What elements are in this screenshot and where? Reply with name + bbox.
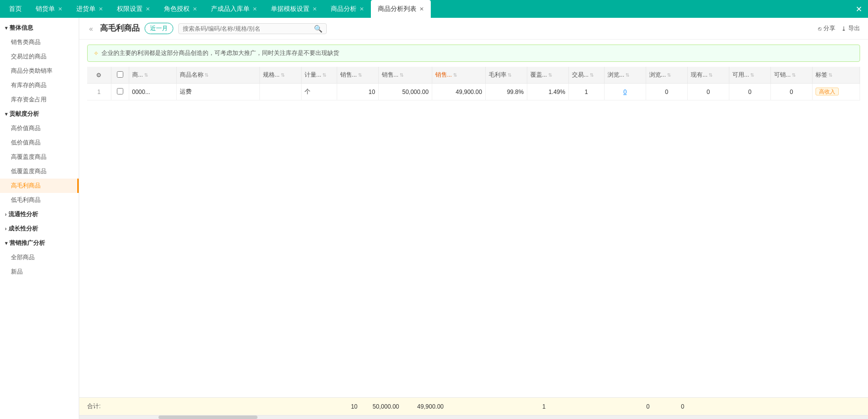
col-header-trade[interactable]: 交易...⇅: [568, 67, 604, 84]
sidebar-item-stock-capital[interactable]: 库存资金占用: [0, 93, 79, 107]
col-header-coverage[interactable]: 覆盖...⇅: [527, 67, 568, 84]
share-icon: ⎋: [818, 25, 821, 32]
cell-stock-saleable: 0: [770, 84, 812, 100]
tab-home[interactable]: 首页: [2, 0, 29, 18]
col-header-stock-current[interactable]: 现有...⇅: [687, 67, 729, 84]
close-window-button[interactable]: ✕: [856, 4, 866, 14]
sidebar-item-low-margin[interactable]: 低毛利商品: [0, 193, 79, 207]
sidebar-item-traded-goods[interactable]: 交易过的商品: [0, 49, 79, 64]
sidebar-item-all-goods[interactable]: 全部商品: [0, 250, 79, 265]
cell-sales-amount: 50,000.00: [378, 84, 432, 100]
search-wrap: 🔍: [178, 23, 327, 34]
tab-role-auth[interactable]: 角色授权 ✕: [157, 0, 204, 18]
arrow-overall: ▾: [5, 25, 7, 31]
tab-close-product-analysis[interactable]: ✕: [359, 6, 364, 12]
cell-browse1[interactable]: 0: [604, 84, 646, 100]
share-button[interactable]: ⎋ 分享: [818, 24, 835, 33]
export-button[interactable]: ⤓ 导出: [841, 24, 860, 33]
cell-checkbox[interactable]: [111, 84, 129, 100]
cell-code: 0000...: [129, 84, 176, 100]
col-header-spec[interactable]: 规格...⇅: [259, 67, 301, 84]
tab-close-product-inbound[interactable]: ✕: [253, 6, 257, 12]
arrow-marketing: ▾: [5, 240, 7, 246]
select-all-checkbox[interactable]: [117, 71, 123, 78]
tab-template-settings[interactable]: 单据模板设置 ✕: [264, 0, 324, 18]
filter-recent-month-button[interactable]: 近一月: [145, 23, 173, 34]
sidebar-item-sales-goods[interactable]: 销售类商品: [0, 35, 79, 49]
summary-sales-qty: 10: [323, 403, 357, 410]
arrow-contribution: ▾: [5, 111, 7, 117]
col-header-sales-qty[interactable]: 销售...⇅: [337, 67, 378, 84]
scrollbar-thumb[interactable]: [158, 416, 257, 419]
collapse-sidebar-button[interactable]: «: [87, 24, 95, 34]
cell-browse2: 0: [646, 84, 687, 100]
sidebar-item-low-value[interactable]: 低价值商品: [0, 136, 79, 150]
summary-sales-amount: 50,000.00: [357, 403, 402, 410]
col-header-code[interactable]: 商...⇅: [129, 67, 176, 84]
sidebar-item-new-goods[interactable]: 新品: [0, 265, 79, 279]
tab-close-role-auth[interactable]: ✕: [193, 6, 197, 12]
info-text: 企业的主要的利润都是这部分商品创造的，可考虑加大推广，同时关注库存是不要出现缺货: [102, 49, 339, 57]
summary-sales-profit: 49,900.00: [402, 403, 447, 410]
page-title: 高毛利商品: [100, 23, 140, 34]
col-header-browse2[interactable]: 浏览...⇅: [646, 67, 687, 84]
cell-stock-current: 0: [687, 84, 729, 100]
data-table: ⚙ 商...⇅ 商品名称⇅ 规格...⇅ 计量...⇅ 销售...⇅ 销售...…: [87, 67, 860, 100]
sidebar-item-low-coverage[interactable]: 低覆盖度商品: [0, 164, 79, 179]
sidebar-group-contribution[interactable]: ▾ 贡献度分析: [0, 107, 79, 121]
col-header-name[interactable]: 商品名称⇅: [176, 67, 259, 84]
tab-product-inbound[interactable]: 产成品入库单 ✕: [204, 0, 264, 18]
tab-close-sales-order[interactable]: ✕: [58, 6, 62, 12]
sidebar-item-high-value[interactable]: 高价值商品: [0, 121, 79, 136]
tab-close-product-analysis-list[interactable]: ✕: [419, 6, 424, 12]
tab-close-purchase-order[interactable]: ✕: [99, 6, 103, 12]
col-header-settings[interactable]: ⚙: [87, 67, 111, 84]
col-header-stock-available[interactable]: 可用...⇅: [729, 67, 770, 84]
info-icon: ✧: [94, 50, 99, 57]
sidebar-group-marketing[interactable]: ▾ 营销推广分析: [0, 236, 79, 250]
sidebar-item-category-sales-rate[interactable]: 商品分类助销率: [0, 64, 79, 78]
summary-stock-current: 0: [615, 403, 650, 410]
export-icon: ⤓: [841, 25, 846, 32]
info-banner: ✧ 企业的主要的利润都是这部分商品创造的，可考虑加大推广，同时关注库存是不要出现…: [87, 45, 860, 62]
cell-stock-available: 0: [729, 84, 770, 100]
sidebar-item-high-coverage[interactable]: 高覆盖度商品: [0, 150, 79, 164]
cell-tag: 高收入: [812, 84, 860, 100]
tab-product-analysis-list[interactable]: 商品分析列表 ✕: [371, 0, 431, 18]
summary-label: 合计:: [87, 402, 117, 411]
cell-name: 运费: [176, 84, 259, 100]
bottom-scrollbar[interactable]: [79, 415, 868, 419]
content-area: « 高毛利商品 近一月 🔍 ⎋ 分享 ⤓ 导出 ✧ 企业的主要的利润都是这部: [79, 18, 868, 419]
col-header-checkbox[interactable]: [111, 67, 129, 84]
sidebar-group-growth[interactable]: › 成长性分析: [0, 222, 79, 236]
row-checkbox[interactable]: [117, 88, 123, 94]
sidebar-item-in-stock-goods[interactable]: 有库存的商品: [0, 78, 79, 93]
sidebar-item-high-margin[interactable]: 高毛利商品: [0, 179, 79, 193]
tab-close-template[interactable]: ✕: [312, 6, 317, 12]
col-header-gross-margin[interactable]: 毛利率⇅: [485, 67, 527, 84]
col-header-browse1[interactable]: 浏览...⇅: [604, 67, 646, 84]
cell-spec: [259, 84, 301, 100]
sidebar-group-overall[interactable]: ▾ 整体信息: [0, 21, 79, 35]
tab-close-permission[interactable]: ✕: [146, 6, 150, 12]
header-actions: ⎋ 分享 ⤓ 导出: [818, 24, 860, 33]
col-header-stock-saleable[interactable]: 可销...⇅: [770, 67, 812, 84]
tab-bar: 首页 销货单 ✕ 进货单 ✕ 权限设置 ✕ 角色授权 ✕ 产成品入库单 ✕ 单据…: [0, 0, 868, 18]
table-row: 1 0000... 运费 个 10 50,000.00 49,900.00 99…: [87, 84, 860, 100]
col-header-sales-profit[interactable]: 销售...⇅: [432, 67, 485, 84]
sidebar-group-liquidity[interactable]: › 流通性分析: [0, 207, 79, 222]
tab-sales-order[interactable]: 销货单 ✕: [29, 0, 69, 18]
cell-unit: 个: [301, 84, 337, 100]
tab-product-analysis[interactable]: 商品分析 ✕: [324, 0, 371, 18]
summary-stock-available: 0: [650, 403, 684, 410]
search-input[interactable]: [183, 25, 314, 32]
col-header-unit[interactable]: 计量...⇅: [301, 67, 337, 84]
col-header-tag[interactable]: 标签⇅: [812, 67, 860, 84]
cell-index: 1: [87, 84, 111, 100]
col-header-sales-amount[interactable]: 销售...⇅: [378, 67, 432, 84]
content-header: « 高毛利商品 近一月 🔍 ⎋ 分享 ⤓ 导出: [79, 18, 868, 40]
sidebar: ▾ 整体信息 销售类商品 交易过的商品 商品分类助销率 有库存的商品 库存资金占…: [0, 18, 79, 419]
tab-purchase-order[interactable]: 进货单 ✕: [69, 0, 110, 18]
tab-permission-settings[interactable]: 权限设置 ✕: [110, 0, 157, 18]
cell-sales-profit: 49,900.00: [432, 84, 485, 100]
